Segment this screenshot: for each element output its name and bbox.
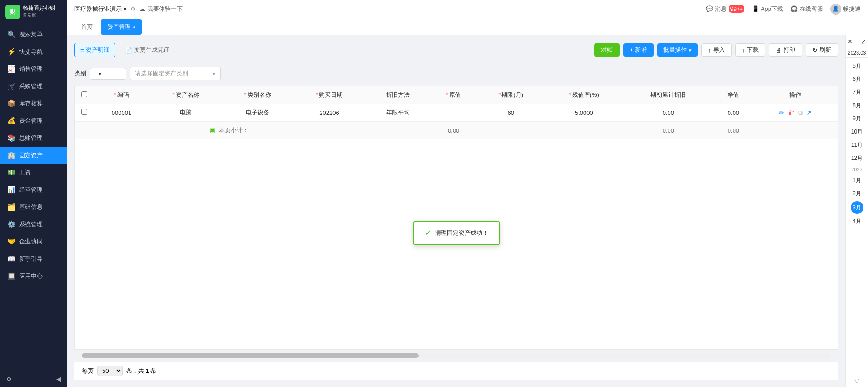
tab-home[interactable]: 首页 [74, 19, 99, 35]
user-avatar-icon: 👤 [830, 4, 841, 15]
sidebar-item-quicknav[interactable]: ⚡ 快捷导航 [0, 43, 67, 60]
sidebar-item-assets[interactable]: 🏢 固定资产 [0, 147, 67, 164]
calendar-down-icon[interactable]: ▽ [854, 377, 859, 384]
calendar-expand-icon[interactable]: ⤢ [861, 38, 866, 45]
category-placeholder-input[interactable]: 请选择固定资产类别 ▾ [130, 67, 221, 80]
sidebar-icon-operations: 📊 [7, 186, 15, 194]
sidebar-icon-assets: 🏢 [7, 151, 15, 159]
sidebar-label-enterprise: 企业协同 [19, 238, 43, 246]
calendar-month-9[interactable]: 9月 [846, 112, 868, 125]
table-header-row: *编码 *资产名称 *类别名称 *购买日期 折旧方法 *原值 *期限(月) *残… [75, 86, 838, 104]
header-category: *类别名称 [222, 86, 293, 104]
select-all-checkbox[interactable] [81, 91, 87, 97]
calendar-month-7[interactable]: 7月 [846, 86, 868, 99]
calendar-month-1[interactable]: 1月 [846, 174, 868, 187]
sub-tab-asset-detail[interactable]: ≡ 资产明细 [74, 43, 115, 57]
row-category: 电子设备 [222, 104, 293, 122]
cloud-icon: ☁ [139, 5, 145, 12]
sidebar-item-ledger[interactable]: 📚 总账管理 [0, 129, 67, 147]
subtotal-label-cell: ▣ 本页小计： [93, 122, 365, 139]
batch-button[interactable]: 批量操作 ▾ [657, 43, 698, 57]
new-button[interactable]: + 新增 [623, 43, 654, 57]
row-accumulated: 0.00 [623, 104, 713, 122]
sidebar-item-app_center[interactable]: 🔲 应用中心 [0, 268, 67, 285]
calendar-month-8[interactable]: 8月 [846, 99, 868, 112]
sidebar: 财 畅捷通好业财 普及版 🔍 搜索菜单 ⚡ 快捷导航 📈 销售管理 🛒 采购管理… [0, 0, 67, 387]
message-btn[interactable]: 💬 消息 99++ [706, 5, 744, 13]
refresh-button[interactable]: ↻ 刷新 [806, 43, 838, 57]
toast-text: 清理固定资产成功！ [435, 229, 488, 237]
sidebar-nav: 🔍 搜索菜单 ⚡ 快捷导航 📈 销售管理 🛒 采购管理 📦 库存核算 💰 资金管… [0, 24, 67, 371]
experience-label: 我要体验一下 [147, 5, 183, 13]
pagination-bar: 每页 50 10 20 100 条，共 1 条 [74, 362, 838, 380]
row-edit-icon[interactable]: ✏ [779, 109, 784, 116]
settings-icon[interactable]: ⚙ [6, 376, 12, 382]
sidebar-icon-enterprise: 🤝 [7, 238, 15, 246]
row-purchase-date: 202206 [293, 104, 365, 122]
dropdown-arrow: ▾ [99, 70, 102, 77]
subtotal-label: 本页小计： [219, 127, 248, 134]
sidebar-item-purchase[interactable]: 🛒 采购管理 [0, 78, 67, 95]
category-filter-select[interactable]: ▾ [90, 68, 126, 80]
sidebar-item-sales[interactable]: 📈 销售管理 [0, 60, 67, 78]
import-button[interactable]: ↑ 导入 [701, 43, 732, 57]
experience-btn[interactable]: ☁ 我要体验一下 [139, 5, 183, 13]
row-residual-rate: 5.0000 [545, 104, 623, 122]
settings-gear-icon[interactable]: ⚙ [130, 5, 136, 12]
per-page-select[interactable]: 50 10 20 100 [97, 366, 123, 376]
sidebar-item-operations[interactable]: 📊 经营管理 [0, 181, 67, 198]
header-name: *资产名称 [150, 86, 222, 104]
row-copy-icon[interactable]: ⧉ [798, 109, 803, 117]
print-button[interactable]: 🖨 打印 [769, 43, 802, 57]
calendar-month-6[interactable]: 6月 [846, 73, 868, 86]
sidebar-item-enterprise[interactable]: 🤝 企业协同 [0, 233, 67, 250]
calendar-close-icon[interactable]: ✕ [848, 38, 853, 45]
row-more-icon[interactable]: ↗ [806, 109, 812, 116]
sidebar-item-funds[interactable]: 💰 资金管理 [0, 112, 67, 129]
row-checkbox[interactable] [81, 109, 87, 115]
sidebar-label-basic: 基础信息 [19, 203, 43, 211]
sidebar-item-guide[interactable]: 📖 新手引导 [0, 250, 67, 268]
sidebar-icon-guide: 📖 [7, 255, 15, 263]
sidebar-icon-search: 🔍 [7, 30, 15, 39]
header-checkbox-cell [75, 86, 93, 104]
sidebar-item-system[interactable]: ⚙️ 系统管理 [0, 216, 67, 233]
calendar-month-list: 5月 6月 7月 8月 9月 10月 11月 12月 2023 1月 2月 3月… [846, 58, 868, 374]
calendar-month-2[interactable]: 2月 [846, 187, 868, 200]
sub-tab-asset-detail-label: 资产明细 [86, 46, 109, 54]
online-service-btn[interactable]: 🎧 在线客服 [790, 5, 823, 13]
sidebar-item-search[interactable]: 🔍 搜索菜单 [0, 26, 67, 43]
user-profile-btn[interactable]: 👤 畅捷通 [830, 4, 861, 15]
toolbar-right-buttons: 对账 + 新增 批量操作 ▾ ↑ 导入 ↓ 下载 🖨 [594, 43, 838, 57]
app-name: 畅捷通好业财 [23, 5, 55, 12]
calendar-month-10[interactable]: 10月 [846, 125, 868, 139]
sidebar-item-inventory[interactable]: 📦 库存核算 [0, 95, 67, 112]
toast-check-icon: ✓ [425, 228, 432, 238]
calendar-month-3-current[interactable]: 3月 [851, 201, 863, 214]
table-horizontal-scrollbar[interactable] [82, 353, 831, 358]
app-download-btn[interactable]: 📱 App下载 [752, 5, 783, 13]
calendar-month-5[interactable]: 5月 [846, 60, 868, 73]
sidebar-label-funds: 资金管理 [19, 117, 43, 125]
download-button[interactable]: ↓ 下载 [735, 43, 766, 57]
collapse-sidebar-icon[interactable]: ◀ [56, 376, 61, 382]
content-main: ≡ 资产明细 📄 变更生成凭证 对账 + 新增 批量操作 ▾ ↑ [67, 35, 845, 387]
header-residual-rate: *残值率(%) [545, 86, 623, 104]
calendar-month-11[interactable]: 11月 [846, 139, 868, 152]
row-delete-icon[interactable]: 🗑 [788, 109, 794, 116]
reconcile-button[interactable]: 对账 [594, 43, 620, 57]
company-selector[interactable]: 医疗器械行业演示 ▾ [74, 5, 127, 13]
sidebar-item-basic[interactable]: 🗂️ 基础信息 [0, 198, 67, 216]
tab-asset-management[interactable]: 资产管理 × [101, 19, 142, 35]
sidebar-bottom[interactable]: ⚙ ◀ [0, 371, 67, 387]
calendar-month-4[interactable]: 4月 [846, 215, 868, 228]
tab-close-icon[interactable]: × [133, 24, 135, 30]
calendar-month-12[interactable]: 12月 [846, 152, 868, 165]
filter-placeholder-text: 请选择固定资产类别 [135, 69, 188, 78]
sidebar-label-search: 搜索菜单 [19, 30, 43, 39]
topbar: 医疗器械行业演示 ▾ ⚙ ☁ 我要体验一下 💬 消息 99++ 📱 App下载 … [67, 0, 868, 18]
subtotal-empty-checkbox [75, 122, 93, 139]
sub-tab-change-voucher[interactable]: 📄 变更生成凭证 [119, 43, 175, 57]
sidebar-icon-basic: 🗂️ [7, 203, 15, 211]
sidebar-item-payroll[interactable]: 💵 工资 [0, 164, 67, 181]
